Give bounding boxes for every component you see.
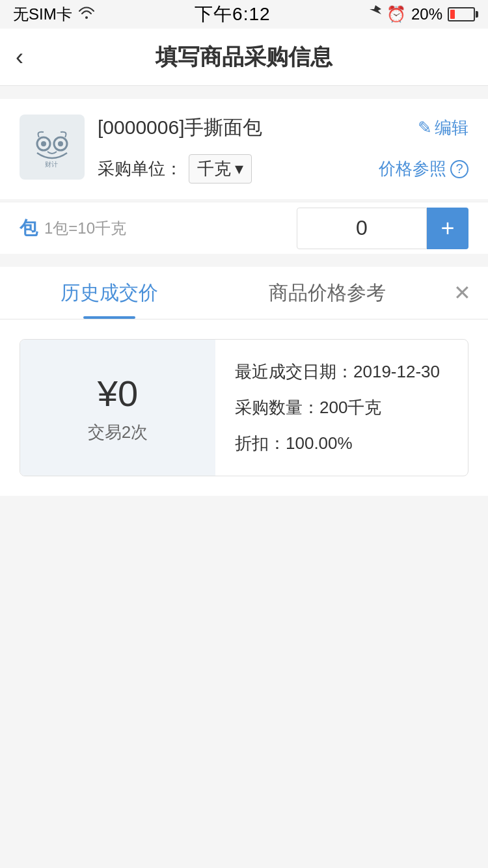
unit-prefix: 采购单位： [98, 157, 182, 180]
price-ref-label: 价格参照 [379, 157, 446, 180]
quantity-unit-icon: 包 [20, 216, 38, 241]
price-left: ¥0 交易2次 [20, 340, 215, 476]
nav-bar: ‹ 填写商品采购信息 [0, 29, 488, 86]
discount-value: 100.00% [286, 433, 353, 453]
battery-percent: 20% [411, 5, 442, 23]
qty-value: 200千克 [319, 398, 381, 417]
location-icon [370, 5, 381, 23]
tab-product-label: 商品价格参考 [269, 280, 386, 306]
edit-icon: ✎ [418, 118, 432, 138]
svg-point-3 [58, 141, 63, 146]
price-ref-button[interactable]: 价格参照 ? [379, 157, 468, 180]
price-tab-section: 历史成交价 商品价格参考 ✕ ¥0 交易2次 最近成交日期：2019-12-30… [0, 267, 488, 496]
unit-select[interactable]: 千克 ▾ [189, 154, 252, 183]
carrier-label: 无SIM卡 [13, 4, 72, 25]
price-card: ¥0 交易2次 最近成交日期：2019-12-30 采购数量：200千克 折扣：… [20, 339, 468, 476]
status-left: 无SIM卡 [13, 4, 96, 25]
tab-product-price[interactable]: 商品价格参考 [218, 267, 436, 319]
tab-history-label: 历史成交价 [61, 280, 158, 306]
unit-label: 采购单位： 千克 ▾ [98, 154, 252, 183]
qty-label: 采购数量： [235, 398, 319, 417]
date-row: 最近成交日期：2019-12-30 [235, 359, 448, 385]
trade-count: 交易2次 [88, 421, 148, 444]
qty-row: 采购数量：200千克 [235, 395, 448, 420]
product-info: [0000006]手撕面包 ✎ 编辑 采购单位： 千克 ▾ 价格参照 ? [98, 115, 468, 183]
currency-symbol: ¥ [98, 373, 118, 414]
product-thumbnail: 财计 [20, 115, 85, 180]
status-right: ⏰ 20% [370, 5, 475, 23]
quantity-section: 包 1包=10千克 0 + [0, 202, 488, 254]
product-header: [0000006]手撕面包 ✎ 编辑 [98, 115, 468, 141]
price-content: ¥0 交易2次 最近成交日期：2019-12-30 采购数量：200千克 折扣：… [0, 319, 488, 496]
quantity-input[interactable]: 0 [297, 208, 427, 249]
svg-text:财计: 财计 [45, 161, 58, 168]
question-circle-icon: ? [450, 160, 468, 178]
page-title: 填写商品采购信息 [156, 42, 332, 72]
tab-history-price[interactable]: 历史成交价 [0, 267, 218, 319]
discount-label: 折扣： [235, 433, 286, 453]
edit-button[interactable]: ✎ 编辑 [418, 116, 468, 139]
quantity-unit-label: 包 1包=10千克 [20, 216, 126, 241]
price-amount: ¥0 [98, 372, 138, 414]
quantity-plus-button[interactable]: + [427, 208, 468, 249]
quantity-conversion: 1包=10千克 [44, 218, 126, 239]
date-label: 最近成交日期： [235, 362, 353, 381]
status-time: 下午6:12 [195, 2, 271, 27]
unit-row: 采购单位： 千克 ▾ 价格参照 ? [98, 154, 468, 183]
product-card: 财计 [0000006]手撕面包 ✎ 编辑 采购单位： 千克 ▾ [0, 99, 488, 199]
close-icon: ✕ [454, 280, 471, 305]
product-row: 财计 [0000006]手撕面包 ✎ 编辑 采购单位： 千克 ▾ [20, 115, 468, 183]
tab-header: 历史成交价 商品价格参考 ✕ [0, 267, 488, 319]
unit-dropdown-arrow: ▾ [235, 159, 243, 179]
alarm-icon: ⏰ [386, 5, 406, 23]
svg-point-2 [41, 141, 46, 146]
bottom-whitespace [0, 496, 488, 821]
discount-row: 折扣：100.00% [235, 431, 448, 456]
battery-icon [448, 7, 475, 21]
status-bar: 无SIM卡 下午6:12 ⏰ 20% [0, 0, 488, 29]
edit-label: 编辑 [435, 116, 468, 139]
unit-value: 千克 [197, 157, 231, 180]
amount-value: 0 [118, 373, 138, 414]
date-value: 2019-12-30 [353, 362, 440, 381]
price-right: 最近成交日期：2019-12-30 采购数量：200千克 折扣：100.00% [215, 340, 468, 476]
back-button[interactable]: ‹ [16, 44, 23, 71]
product-name: [0000006]手撕面包 [98, 115, 262, 141]
wifi-icon [77, 5, 96, 23]
quantity-input-area: 0 + [297, 208, 468, 249]
tab-close-button[interactable]: ✕ [436, 267, 488, 319]
